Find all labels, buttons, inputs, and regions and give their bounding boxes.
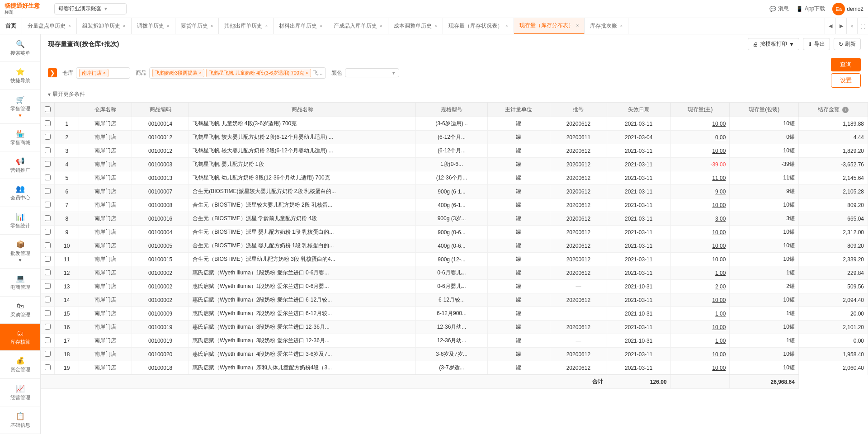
- row-checkbox[interactable]: [41, 266, 55, 280]
- tab-11-close[interactable]: ×: [620, 24, 623, 28]
- tab-close-btn[interactable]: ×: [846, 18, 857, 34]
- tab-3-close[interactable]: ×: [167, 24, 170, 28]
- store-selector[interactable]: 母婴行业演示账套 ▼: [54, 3, 127, 14]
- product-tag-container[interactable]: 飞鹤奶粉3段两提装 × 飞鹤星飞帆 儿童奶粉 4段(3-6岁适用) 700克 ×…: [149, 67, 326, 79]
- sidebar-item-retail-mgmt[interactable]: 🛒 零售管理 ▼: [0, 90, 40, 124]
- tab-2[interactable]: 组装拆卸单历史 ×: [77, 18, 132, 34]
- tab-7[interactable]: 产成品入库单历史 ×: [328, 18, 388, 34]
- refresh-button[interactable]: ↻ 刷新: [834, 38, 861, 50]
- warehouse-tag-0[interactable]: 南岸门店 ×: [79, 69, 108, 77]
- filter-expand-more[interactable]: ▾ 展开更多条件: [48, 90, 861, 98]
- row-checkbox[interactable]: [41, 307, 55, 321]
- sidebar-item-operations[interactable]: 📈 经营管理: [0, 379, 40, 406]
- tab-4-label: 要货单历史: [181, 22, 208, 30]
- row-checkbox[interactable]: [41, 158, 55, 171]
- tab-4[interactable]: 要货单历史 ×: [175, 18, 219, 34]
- tab-1-close[interactable]: ×: [68, 24, 71, 28]
- warehouse-tag-close[interactable]: ×: [103, 71, 106, 75]
- row-expire: 2021-03-11: [607, 293, 671, 307]
- row-batch: 20200612: [550, 171, 607, 185]
- warehouse-tag-container[interactable]: 南岸门店 ×: [76, 67, 130, 79]
- filter-expand-btn[interactable]: ❯: [48, 68, 57, 77]
- row-checkbox[interactable]: [41, 348, 55, 361]
- tab-home[interactable]: 首页: [0, 18, 22, 34]
- tab-6[interactable]: 材料出库单历史 ×: [274, 18, 328, 34]
- tab-4-close[interactable]: ×: [211, 24, 213, 28]
- sidebar-item-search[interactable]: 🔍 搜索英单: [0, 34, 40, 62]
- row-checkbox[interactable]: [41, 171, 55, 185]
- row-checkbox[interactable]: [41, 253, 55, 266]
- table-row: 7 南岸门店 00100008 合生元（BIOSTIME）派星较大婴儿配方奶粉 …: [41, 198, 868, 212]
- sidebar-item-wholesale[interactable]: 📦 批发管理 ▼: [0, 235, 40, 269]
- sidebar-item-retail-stats[interactable]: 📊 零售统计: [0, 207, 40, 235]
- sidebar-item-inventory[interactable]: 🗂 库存核算: [0, 324, 40, 351]
- row-checkbox[interactable]: [41, 212, 55, 226]
- row-batch: 20200612: [550, 321, 607, 334]
- tab-next-btn[interactable]: ▶: [835, 18, 846, 34]
- tab-5-close[interactable]: ×: [265, 24, 268, 28]
- query-button[interactable]: 查询: [831, 58, 861, 71]
- row-batch: 20200612: [550, 266, 607, 280]
- row-code: 00100018: [132, 361, 189, 375]
- tab-8[interactable]: 成本调整单历史 ×: [388, 18, 443, 34]
- row-checkbox[interactable]: [41, 144, 55, 158]
- tab-10[interactable]: 现存量（库存分布表） ×: [514, 18, 585, 34]
- tab-3[interactable]: 调拨单历史 ×: [132, 18, 175, 34]
- app-download-action[interactable]: 📱 App下载: [796, 5, 825, 13]
- export-button[interactable]: ⬇ 导出: [803, 38, 830, 50]
- row-checkbox[interactable]: [41, 293, 55, 307]
- row-spec: 0-6月婴儿...: [416, 266, 487, 280]
- product-tag-0[interactable]: 飞鹤奶粉3段两提装 ×: [152, 69, 204, 77]
- sidebar-item-basic-info[interactable]: 📋 基础信息: [0, 406, 40, 434]
- color-input[interactable]: ▼: [345, 68, 399, 77]
- balance-info-icon[interactable]: i: [842, 107, 849, 113]
- row-checkbox[interactable]: [41, 361, 55, 375]
- sidebar-retail-mgmt-label: 零售管理: [10, 105, 30, 112]
- tab-11[interactable]: 库存批次账 ×: [585, 18, 628, 34]
- row-checkbox[interactable]: [41, 117, 55, 131]
- sidebar-item-ecommerce[interactable]: 💻 电商管理: [0, 269, 40, 296]
- product-tag-close-1[interactable]: ×: [306, 71, 308, 75]
- tab-9[interactable]: 现存量（库存状况表） ×: [443, 18, 514, 34]
- row-checkbox[interactable]: [41, 334, 55, 348]
- user-info[interactable]: Ea demo2: [832, 3, 863, 15]
- row-checkbox[interactable]: [41, 280, 55, 293]
- tab-5[interactable]: 其他出库单历史 ×: [219, 18, 274, 34]
- tab-8-close[interactable]: ×: [434, 24, 437, 28]
- product-tag-close-0[interactable]: ×: [199, 71, 202, 75]
- settings-button[interactable]: 设置: [831, 73, 861, 88]
- nav-icon: ⭐: [16, 67, 25, 76]
- row-checkbox[interactable]: [41, 321, 55, 334]
- row-checkbox[interactable]: [41, 198, 55, 212]
- tab-2-close[interactable]: ×: [123, 24, 126, 28]
- sidebar-item-member[interactable]: 👥 会员中心: [0, 179, 40, 207]
- tab-1[interactable]: 分量盘点单历史 ×: [22, 18, 77, 34]
- select-all-checkbox[interactable]: [45, 106, 51, 112]
- tab-7-close[interactable]: ×: [380, 24, 382, 28]
- page-header: 现存量查询(按仓库+批次) 🖨 按模板打印 ▼ ⬇ 导出 ↻ 刷新: [41, 34, 868, 54]
- sidebar-item-marketing[interactable]: 📢 营销推广: [0, 151, 40, 179]
- template-print-button[interactable]: 🖨 按模板打印 ▼: [748, 38, 799, 50]
- tab-expand-btn[interactable]: ⛶: [857, 18, 868, 34]
- row-expire: 2021-03-11: [607, 321, 671, 334]
- footer-label: 合计: [41, 375, 607, 389]
- sidebar-item-nav[interactable]: ⭐ 快捷导航: [0, 62, 40, 90]
- sidebar-item-retail-mall[interactable]: 🏪 零售商城: [0, 124, 40, 151]
- row-checkbox[interactable]: [41, 185, 55, 198]
- product-tag-1[interactable]: 飞鹤星飞帆 儿童奶粉 4段(3-6岁适用) 700克 ×: [206, 69, 311, 77]
- tab-9-close[interactable]: ×: [505, 24, 508, 28]
- message-action[interactable]: 💬 消息: [769, 5, 789, 13]
- row-checkbox[interactable]: [41, 239, 55, 253]
- table-row: 13 南岸门店 00100002 惠氏启赋（Wyeth illuma）1段奶粉 …: [41, 280, 868, 293]
- row-batch: 20200611: [550, 131, 607, 144]
- row-checkbox[interactable]: [41, 226, 55, 239]
- tab-10-close[interactable]: ×: [576, 23, 579, 28]
- row-checkbox[interactable]: [41, 131, 55, 144]
- username: demo2: [847, 6, 863, 12]
- sidebar-item-finance[interactable]: 💰 资金管理: [0, 351, 40, 378]
- tab-8-label: 成本调整单历史: [394, 22, 432, 30]
- row-name: 合生元（BIOSTIME）派星 学龄前儿童配方奶粉 4段: [189, 212, 416, 226]
- sidebar-item-purchase[interactable]: 🛍 采购管理: [0, 297, 40, 324]
- tab-6-close[interactable]: ×: [320, 24, 322, 28]
- tab-prev-btn[interactable]: ◀: [825, 18, 835, 34]
